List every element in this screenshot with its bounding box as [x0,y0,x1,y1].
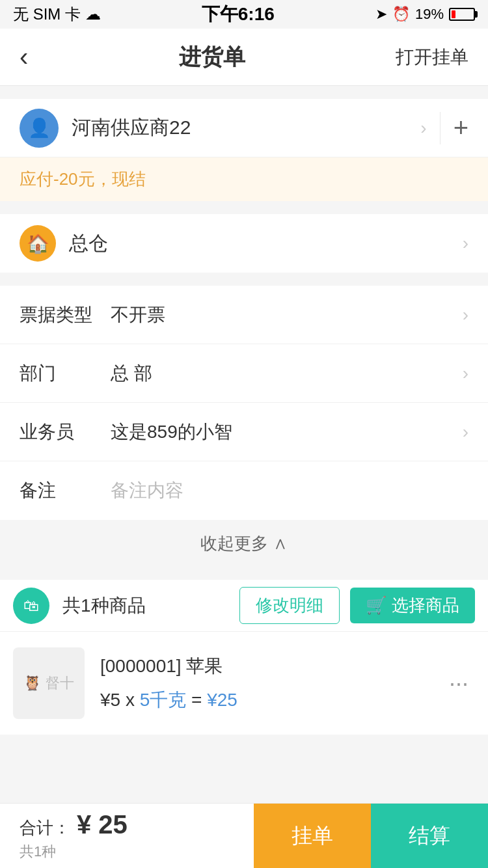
product-total: ¥25 [207,690,237,710]
supplier-name: 河南供应商22 [72,115,420,141]
hang-button[interactable]: 挂单 [254,804,371,869]
open-hang-button[interactable]: 打开挂单 [396,45,468,70]
select-product-label: 选择商品 [392,594,459,617]
warehouse-icon: 🏠 [20,225,56,262]
page-title: 进货单 [179,42,245,72]
remark-input[interactable]: 备注内容 [104,478,468,503]
sales-row[interactable]: 业务员 这是859的小智 › [0,403,488,461]
battery-icon [449,8,475,21]
warehouse-name: 总仓 [69,230,463,257]
remark-row[interactable]: 备注 备注内容 [0,461,488,520]
edit-detail-button[interactable]: 修改明细 [239,587,340,624]
product-header: 🛍 共1种商品 修改明细 🛒 选择商品 [0,580,488,632]
collapse-label: 收起更多 ∧ [200,532,287,555]
product-section: 🛍 共1种商品 修改明细 🛒 选择商品 🦉 督十 [0000001] 苹果 ¥5… [0,580,488,735]
supplier-chevron-icon: › [420,118,426,139]
invoice-type-row[interactable]: 票据类型 不开票 › [0,286,488,344]
invoice-label: 票据类型 [20,303,104,327]
back-button[interactable]: ‹ [20,42,28,72]
home-icon: 🏠 [27,233,49,254]
invoice-chevron-icon: › [463,305,468,325]
product-thumbnail: 🦉 督十 [13,647,85,719]
product-qty: 5千克 [140,690,187,710]
status-right: ➤ ⏰ 19% [375,6,475,23]
sales-label: 业务员 [20,420,104,444]
signal-text: 无 SIM 卡 ☁ [13,4,101,25]
cart-icon: 🛍 [23,597,39,615]
battery-text: 19% [415,6,444,23]
warehouse-row[interactable]: 🏠 总仓 › [0,214,488,273]
select-product-icon: 🛒 [366,595,386,616]
price-unit: ¥5 x [100,690,140,710]
product-info: [0000001] 苹果 ¥5 x 5千克 = ¥25 [100,654,442,712]
vertical-divider [440,112,441,144]
status-time: 下午6:16 [202,2,275,27]
top-divider [0,86,488,99]
collapse-button[interactable]: 收起更多 ∧ [0,520,488,567]
notice-bar: 应付-20元，现结 [0,157,488,201]
product-price: ¥5 x 5千克 = ¥25 [100,688,442,712]
alarm-icon: ⏰ [392,6,410,23]
product-count: 共1种商品 [62,593,239,618]
sales-value: 这是859的小智 [104,420,463,444]
supplier-avatar: 👤 [20,109,59,148]
total-sub: 共1种 [20,842,234,861]
dept-label: 部门 [20,361,104,386]
total-amount: ¥ 25 [77,810,128,839]
bottom-spacer [0,735,488,813]
status-left: 无 SIM 卡 ☁ [13,4,101,25]
product-item: 🦉 督十 [0000001] 苹果 ¥5 x 5千克 = ¥25 ··· [0,632,488,735]
dept-value: 总 部 [104,361,463,386]
dept-chevron-icon: › [463,363,468,384]
total-section: 合计： ¥ 25 共1种 [0,810,254,861]
price-eq: = [186,690,207,710]
product-icon: 🛍 [13,588,49,624]
nav-bar: ‹ 进货单 打开挂单 [0,29,488,86]
checkout-button[interactable]: 结算 [371,804,488,869]
product-more-button[interactable]: ··· [442,670,475,697]
add-supplier-button[interactable]: + [454,113,468,142]
bottom-bar: 合计： ¥ 25 共1种 挂单 结算 [0,803,488,868]
supplier-section: 👤 河南供应商22 › + 应付-20元，现结 [0,99,488,201]
divider-1 [0,201,488,214]
supplier-row[interactable]: 👤 河南供应商22 › + [0,99,488,157]
location-icon: ➤ [375,6,387,23]
remark-label: 备注 [20,478,104,503]
select-product-button[interactable]: 🛒 选择商品 [350,588,475,623]
total-label: 合计： [20,817,70,839]
total-row: 合计： ¥ 25 [20,810,234,839]
thumb-text: 🦉 督十 [23,673,74,693]
notice-text: 应付-20元，现结 [20,169,146,189]
invoice-value: 不开票 [104,303,463,327]
product-name: [0000001] 苹果 [100,654,442,679]
status-bar: 无 SIM 卡 ☁ 下午6:16 ➤ ⏰ 19% [0,0,488,29]
dept-row[interactable]: 部门 总 部 › [0,344,488,403]
avatar-icon: 👤 [28,117,51,139]
sales-chevron-icon: › [463,422,468,442]
warehouse-section: 🏠 总仓 › [0,214,488,273]
form-section: 票据类型 不开票 › 部门 总 部 › 业务员 这是859的小智 › 备注 备注… [0,286,488,520]
warehouse-chevron-icon: › [463,233,468,254]
